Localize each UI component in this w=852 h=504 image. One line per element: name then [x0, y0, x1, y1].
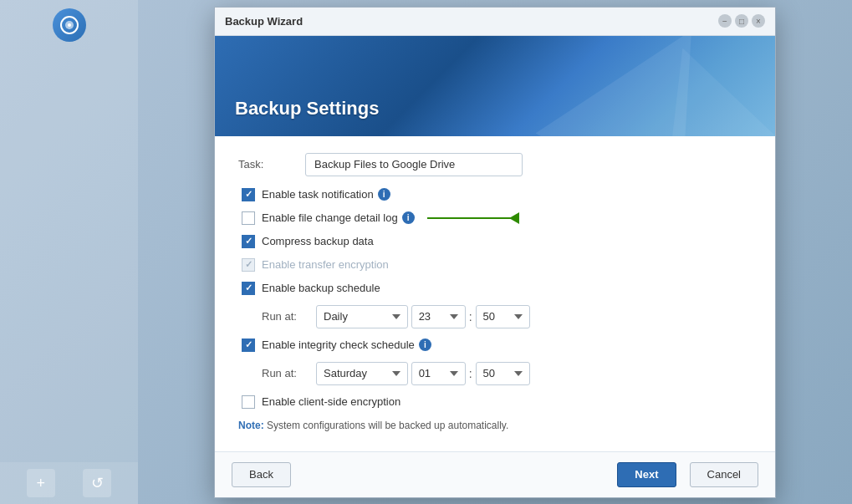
enable-encryption-label: Enable client-side encryption — [262, 395, 400, 408]
enable-backup-schedule-checkbox[interactable] — [242, 282, 255, 295]
enable-backup-schedule-label: Enable backup schedule — [262, 282, 380, 294]
svg-point-2 — [68, 23, 71, 27]
notification-info-icon[interactable]: i — [378, 188, 390, 201]
compress-backup-row: Compress backup data — [238, 235, 752, 248]
footer-right-buttons: Next Cancel — [617, 462, 758, 487]
maximize-button[interactable]: □ — [735, 14, 748, 28]
integrity-minute-select[interactable]: 50 — [476, 362, 530, 385]
time-separator-2: : — [469, 367, 472, 380]
minimize-button[interactable]: − — [718, 14, 732, 28]
taskbar-bottom: + ↺ — [0, 462, 138, 504]
arrow-head — [509, 212, 519, 224]
task-label: Task: — [238, 158, 305, 171]
add-button[interactable]: + — [27, 469, 55, 497]
enable-file-change-checkbox[interactable] — [242, 211, 255, 225]
compress-backup-label: Compress backup data — [262, 235, 374, 247]
close-button[interactable]: × — [752, 14, 765, 28]
backup-schedule-time-row: Run at: Daily Weekly Monthly 23 : 50 — [238, 305, 752, 328]
arrow-indicator — [427, 212, 519, 224]
enable-integrity-checkbox[interactable] — [242, 339, 255, 352]
enable-notification-checkbox[interactable] — [242, 188, 255, 201]
run-at2-label: Run at: — [262, 367, 316, 379]
integrity-hour-select[interactable]: 01 — [411, 362, 466, 385]
enable-encryption-row: Enable client-side encryption — [238, 395, 752, 409]
backup-wizard-dialog: Backup Wizard − □ × Backup Settings — [214, 7, 776, 498]
next-button[interactable]: Next — [617, 462, 676, 487]
note-row: Note: System configurations will be back… — [238, 419, 752, 431]
enable-notification-label: Enable task notification — [262, 188, 374, 201]
task-input[interactable] — [305, 153, 523, 176]
integrity-day-select[interactable]: Saturday Sunday Monday Tuesday Wednesday… — [316, 362, 408, 385]
backup-minute-select[interactable]: 50 — [476, 305, 530, 328]
enable-backup-schedule-row: Enable backup schedule — [238, 282, 752, 295]
backup-frequency-select[interactable]: Daily Weekly Monthly — [316, 305, 408, 328]
history-icon: ↺ — [91, 474, 104, 492]
header-title: Backup Settings — [235, 98, 379, 120]
maximize-icon: □ — [739, 17, 744, 26]
history-button[interactable]: ↺ — [83, 469, 111, 497]
file-change-info-icon[interactable]: i — [402, 211, 415, 224]
dialog-footer: Back Next Cancel — [215, 451, 775, 497]
enable-file-change-label: Enable file change detail log — [262, 211, 398, 224]
add-icon: + — [36, 475, 45, 492]
task-row: Task: — [238, 153, 752, 176]
arrow-line — [427, 217, 511, 219]
dialog-title: Backup Wizard — [225, 15, 303, 28]
modal-overlay: Backup Wizard − □ × Backup Settings — [138, 0, 852, 504]
app-icon — [53, 8, 86, 42]
back-button[interactable]: Back — [232, 462, 291, 487]
compress-backup-checkbox[interactable] — [242, 235, 255, 248]
integrity-info-icon[interactable]: i — [419, 339, 431, 351]
close-icon: × — [756, 17, 761, 26]
dialog-titlebar: Backup Wizard − □ × — [215, 8, 775, 36]
enable-notification-row: Enable task notification i — [238, 188, 752, 201]
dialog-body: Task: Enable task notification i Enable … — [215, 136, 775, 451]
run-at-label: Run at: — [262, 310, 316, 323]
minimize-icon: − — [722, 17, 727, 26]
enable-integrity-label: Enable integrity check schedule — [262, 339, 415, 351]
time-separator-1: : — [469, 310, 472, 323]
enable-file-change-row: Enable file change detail log i — [238, 211, 752, 225]
integrity-schedule-time-row: Run at: Saturday Sunday Monday Tuesday W… — [238, 362, 752, 385]
enable-transfer-checkbox[interactable] — [242, 258, 255, 272]
enable-transfer-label: Enable transfer encryption — [262, 258, 389, 271]
cancel-button[interactable]: Cancel — [690, 462, 758, 487]
dialog-header: Backup Settings — [215, 36, 775, 136]
enable-integrity-row: Enable integrity check schedule i — [238, 339, 752, 352]
backup-hour-select[interactable]: 23 — [411, 305, 466, 328]
note-content: System configurations will be backed up … — [264, 420, 509, 431]
desktop: + ↺ Backup Wizard − □ × — [0, 0, 852, 504]
title-buttons: − □ × — [718, 14, 765, 28]
note-text: Note: System configurations will be back… — [238, 420, 508, 431]
enable-transfer-row: Enable transfer encryption — [238, 258, 752, 272]
note-label: Note: — [238, 420, 264, 431]
taskbar-left: + ↺ — [0, 0, 138, 504]
enable-encryption-checkbox[interactable] — [242, 395, 255, 409]
